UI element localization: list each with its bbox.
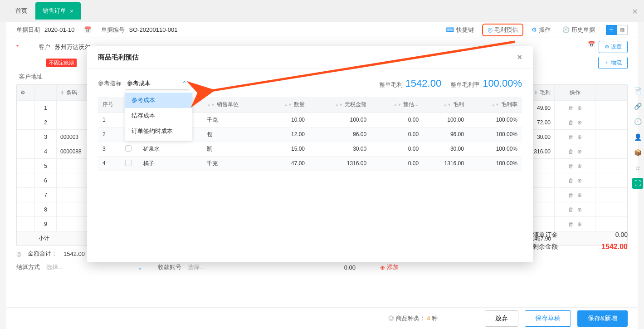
- save-draft-button[interactable]: 保存草稿: [525, 310, 571, 327]
- deposit-value: 0.00: [615, 231, 628, 239]
- delete-icon[interactable]: 🗑: [568, 163, 574, 169]
- ref-select[interactable]: ⌄ 参考成本 结存成本 订单签约时成本: [125, 77, 189, 90]
- ref-dropdown: 参考成本 结存成本 订单签约时成本: [125, 91, 192, 141]
- customer-name[interactable]: 苏州万达沃尔: [55, 43, 90, 51]
- delete-icon[interactable]: 🗑: [568, 206, 574, 213]
- option-balance-cost[interactable]: 结存成本: [125, 108, 192, 123]
- cube-icon[interactable]: 📦: [632, 147, 643, 158]
- ref-input[interactable]: [127, 80, 182, 87]
- discard-button[interactable]: 放弃: [485, 310, 518, 327]
- copy-icon[interactable]: ⊕: [577, 134, 582, 140]
- date-label: 单据日期: [16, 26, 40, 34]
- account-period-badge: 不固定账期: [46, 59, 77, 67]
- delete-icon[interactable]: 🗑: [568, 105, 574, 111]
- view-toggle: ☰ ▦: [606, 25, 628, 35]
- delete-icon[interactable]: 🗑: [568, 119, 574, 126]
- paid-value[interactable]: 0.00: [344, 264, 356, 271]
- option-contract-cost[interactable]: 订单签约时成本: [125, 123, 192, 139]
- copy-icon[interactable]: ⊕: [577, 119, 582, 126]
- view-grid-icon[interactable]: ▦: [617, 25, 628, 35]
- history-link[interactable]: 🕘历史单据: [559, 24, 599, 36]
- required-mark: *: [16, 44, 19, 50]
- account-select[interactable]: 选择...: [188, 263, 205, 271]
- gear-icon: ⚙: [532, 26, 537, 33]
- address-label: 客户地址: [16, 73, 43, 81]
- deposit-label: 随单订金: [532, 231, 558, 239]
- save-new-button[interactable]: 保存&新增: [577, 310, 628, 327]
- balance-value: 1542.00: [601, 243, 628, 251]
- table-row[interactable]: 3矿泉水瓶15.0030.000.0030.00100.00%: [98, 142, 522, 156]
- settings-button[interactable]: ⚙ 设置: [599, 41, 628, 53]
- settle-select[interactable]: 选择...: [46, 263, 63, 271]
- index-col: [35, 85, 57, 100]
- user-icon[interactable]: 👤: [632, 132, 643, 142]
- add-link[interactable]: ⊕添加: [380, 263, 399, 271]
- copy-icon[interactable]: ⊕: [577, 163, 582, 169]
- link-icon[interactable]: 🔗: [632, 101, 643, 112]
- copy-icon[interactable]: ⊕: [577, 148, 582, 155]
- tab-sales-order[interactable]: 销售订单 ×: [35, 2, 81, 20]
- footer-bar: ◎ 商品种类： 4 种 放弃 保存草稿 保存&新增: [6, 307, 638, 329]
- history-icon: 🕘: [562, 26, 570, 33]
- types-icon: ◎: [388, 315, 394, 322]
- profit-modal: 商品毛利预估 × 参考指标 ⌄ 参考成本 结存成本 订单签约时成本 整单毛利15…: [87, 46, 533, 262]
- product-types: ◎ 商品种类： 4 种: [388, 314, 438, 323]
- delete-icon[interactable]: 🗑: [568, 221, 574, 227]
- plus-icon: ⊕: [380, 264, 385, 271]
- tab-home[interactable]: 首页: [9, 2, 34, 20]
- tab-bar: 首页 销售订单 ×: [0, 0, 644, 22]
- page-close-icon[interactable]: ×: [632, 6, 638, 17]
- copy-icon[interactable]: ⊕: [577, 192, 582, 198]
- right-rail: 📄 🔗 🕘 👤 📦 ☆ ⛶: [631, 85, 644, 189]
- ops-col: 操作: [555, 85, 595, 100]
- settle-label: 结算方式: [16, 263, 40, 271]
- clock-icon[interactable]: 🕘: [632, 116, 643, 127]
- chevron-down-icon[interactable]: ⌄: [137, 264, 142, 271]
- delete-icon[interactable]: 🗑: [568, 148, 574, 155]
- modal-title: 商品毛利预估: [98, 53, 139, 62]
- copy-icon[interactable]: ⊕: [577, 221, 582, 227]
- filter-row: 参考指标 ⌄ 参考成本 结存成本 订单签约时成本 整单毛利1542.00 整单毛…: [98, 77, 522, 90]
- option-ref-cost[interactable]: 参考成本: [125, 93, 192, 108]
- modal-header: 商品毛利预估 ×: [87, 46, 533, 69]
- customer-label: 客户: [24, 43, 50, 51]
- total-profit-rate: 整单毛利率100.00%: [450, 78, 522, 89]
- ref-label: 参考指标: [98, 79, 122, 88]
- copy-icon[interactable]: ⊕: [577, 105, 582, 111]
- tab-label: 销售订单: [43, 7, 66, 15]
- close-icon[interactable]: ×: [70, 8, 73, 15]
- calendar-icon[interactable]: 📅: [84, 26, 91, 33]
- doc-label: 单据编号: [101, 26, 125, 34]
- note-icon[interactable]: 📄: [632, 85, 643, 96]
- gear-column-icon[interactable]: ⚙: [17, 85, 35, 100]
- delete-icon[interactable]: 🗑: [568, 134, 574, 140]
- checkbox[interactable]: [125, 145, 132, 152]
- balance-label: 剩余金额: [532, 243, 558, 251]
- coin-icon: ◎: [16, 250, 21, 257]
- copy-icon[interactable]: ⊕: [577, 206, 582, 213]
- date-value[interactable]: 2020-01-10: [44, 26, 75, 33]
- delete-icon[interactable]: 🗑: [568, 177, 574, 184]
- view-list-icon[interactable]: ☰: [606, 25, 617, 35]
- amount-value: 1542.00: [63, 250, 85, 257]
- total-profit: 整单毛利1542.00: [379, 78, 442, 89]
- target-icon: ◎: [488, 26, 493, 33]
- doc-value: SO-20200110-001: [129, 26, 178, 33]
- keyboard-icon: ⌨: [446, 26, 454, 33]
- ops-link[interactable]: ⚙操作: [528, 24, 554, 36]
- copy-icon[interactable]: ⊕: [577, 177, 582, 184]
- chevron-up-icon: ⌄: [182, 80, 187, 87]
- checkbox[interactable]: [125, 160, 132, 166]
- close-icon[interactable]: ×: [517, 53, 522, 62]
- amount-label: 金额合计：: [28, 250, 57, 258]
- shortcut-link[interactable]: ⌨快捷键: [442, 24, 478, 36]
- settlement-row: 结算方式 选择... ⌄ 收款账号 选择... 0.00 ⊕添加: [16, 261, 628, 276]
- calendar-icon[interactable]: 📅: [588, 41, 595, 53]
- delete-icon[interactable]: 🗑: [568, 192, 574, 198]
- side-summary: 随单订金0.00 剩余金额1542.00: [532, 229, 628, 253]
- star-icon[interactable]: ☆: [632, 162, 643, 173]
- logistics-button[interactable]: ＋ 物流: [598, 57, 628, 69]
- table-row[interactable]: 4橘子千克47.001316.000.001316.00100.00%: [98, 156, 522, 171]
- expand-icon[interactable]: ⛶: [632, 178, 643, 189]
- profit-estimate-link[interactable]: ◎毛利预估: [482, 24, 523, 36]
